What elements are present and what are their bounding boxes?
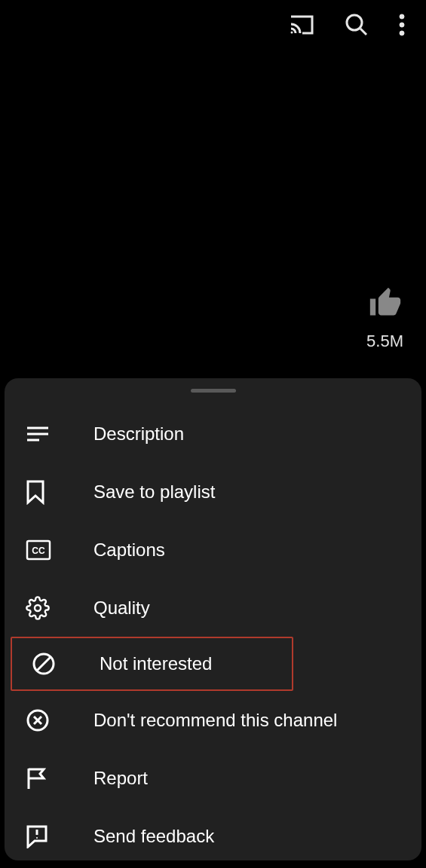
svg-line-13 — [37, 657, 51, 671]
flag-icon — [26, 766, 71, 790]
description-icon — [26, 425, 71, 443]
like-count: 5.5M — [366, 332, 403, 351]
menu-item-label: Save to playlist — [93, 481, 215, 503]
menu-item-save-playlist[interactable]: Save to playlist — [5, 463, 421, 521]
sheet-menu: DescriptionSave to playlistCCCaptionsQua… — [5, 405, 421, 860]
topbar — [0, 0, 426, 53]
menu-item-send-feedback[interactable]: Send feedback — [5, 807, 421, 860]
svg-line-2 — [360, 29, 366, 35]
menu-item-label: Not interested — [100, 653, 212, 674]
search-icon[interactable] — [345, 13, 369, 40]
menu-item-quality[interactable]: Quality — [5, 579, 421, 637]
menu-item-description[interactable]: Description — [5, 405, 421, 463]
bottom-sheet: DescriptionSave to playlistCCCaptionsQua… — [5, 378, 421, 860]
settings-icon — [26, 596, 71, 620]
svg-text:CC: CC — [32, 546, 45, 556]
menu-item-report[interactable]: Report — [5, 749, 421, 807]
svg-point-5 — [400, 31, 404, 35]
sheet-grabber[interactable] — [191, 389, 236, 393]
menu-item-not-interested[interactable]: Not interested — [11, 637, 293, 691]
cc-icon: CC — [26, 539, 71, 561]
svg-point-3 — [400, 14, 404, 19]
thumb-up-icon — [369, 286, 402, 322]
more-vert-icon[interactable] — [399, 13, 405, 40]
menu-item-label: Captions — [93, 539, 165, 561]
svg-point-0 — [291, 32, 293, 34]
svg-point-4 — [400, 23, 404, 27]
feedback-icon — [26, 824, 71, 848]
svg-point-11 — [35, 605, 41, 611]
menu-item-label: Don't recommend this channel — [93, 710, 337, 731]
svg-point-1 — [347, 15, 362, 30]
menu-item-label: Quality — [93, 598, 150, 619]
like-button[interactable]: 5.5M — [366, 286, 403, 351]
menu-item-label: Description — [93, 423, 184, 445]
circle-x-icon — [26, 708, 71, 732]
menu-item-label: Report — [93, 768, 148, 789]
bookmark-icon — [26, 479, 71, 505]
menu-item-dont-recommend[interactable]: Don't recommend this channel — [5, 691, 421, 749]
cast-icon[interactable] — [289, 14, 314, 38]
menu-item-captions[interactable]: CCCaptions — [5, 521, 421, 579]
svg-point-19 — [36, 837, 38, 839]
menu-item-label: Send feedback — [93, 826, 214, 847]
prohibit-icon — [32, 652, 77, 676]
